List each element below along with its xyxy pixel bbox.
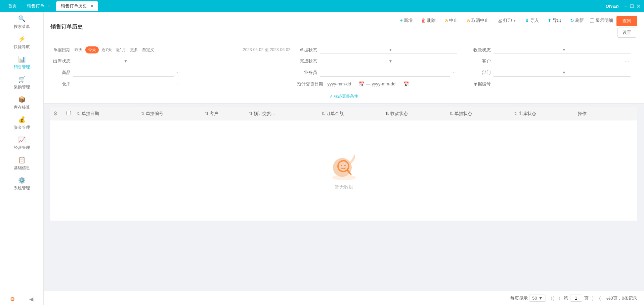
display-detail-checkbox[interactable]: 显示明细 (590, 17, 613, 24)
sidebar-item-quick-nav[interactable]: ⚡ 快捷导航 (0, 32, 43, 52)
print-button[interactable]: 🖨 打印 ▼ (495, 16, 519, 25)
per-page-label: 每页显示 (510, 295, 528, 301)
sidebar-item-operations[interactable]: 📈 经营管理 (0, 133, 43, 153)
sidebar-item-purchase[interactable]: 🛒 采购管理 (0, 73, 43, 93)
first-page-button[interactable]: ⟨⟨ (549, 295, 555, 302)
settings-button[interactable]: 设置 (617, 28, 636, 38)
sidebar-item-search-menu[interactable]: 🔍 搜索菜单 (0, 12, 43, 32)
content-area: 销售订单历史 + 新增 🗑 删除 ⊘ 中止 (44, 12, 644, 305)
tab-sales-history[interactable]: 销售订单历史✕ (56, 1, 98, 11)
complete-status-filter-item: 完成状态 ▼ (290, 58, 464, 65)
date-tag-last7[interactable]: 近7天 (100, 46, 113, 53)
stop-button[interactable]: ⊘ 中止 (442, 16, 461, 25)
sidebar-item-base-info[interactable]: 📋 基础信息 (0, 153, 43, 174)
filter-row-1: 单据日期 昨天 今天 近7天 近1月 更多 自定义 2023-06-02 至 2… (50, 46, 637, 54)
tab-sales-order[interactable]: 销售订单✕ (22, 1, 55, 11)
salesman-ellipsis-button[interactable]: ··· (450, 70, 457, 76)
query-button[interactable]: 查询 (616, 16, 637, 26)
dept-select[interactable]: ▼ (493, 69, 631, 77)
refresh-icon: ↻ (570, 18, 574, 23)
quick-nav-icon: ⚡ (18, 35, 26, 43)
order-no-input[interactable] (493, 80, 631, 88)
pay-status-select[interactable]: ▼ (493, 46, 631, 54)
customer-label: 客户 (471, 58, 491, 64)
date-tag-yesterday[interactable]: 昨天 (73, 46, 84, 53)
th-checkbox (64, 107, 74, 120)
display-detail-input[interactable] (590, 18, 594, 23)
table-body: 暂无数据 (50, 120, 637, 221)
next-page-button[interactable]: ⟩ (591, 295, 595, 302)
out-status-filter-item: 出库状态 ▼ (50, 58, 290, 65)
warehouse-ellipsis-button[interactable]: ··· (174, 81, 181, 87)
add-button[interactable]: + 新增 (397, 16, 415, 25)
tab-close-sales-history[interactable]: ✕ (90, 4, 93, 8)
prev-page-button[interactable]: ⟨ (557, 295, 562, 302)
stop-icon: ⊘ (444, 18, 448, 23)
th-settings: ⚙ (50, 107, 64, 120)
sidebar-label-purchase: 采购管理 (14, 84, 30, 90)
salesman-label: 业务员 (297, 70, 317, 76)
salesman-input[interactable] (320, 69, 450, 77)
sidebar-item-finance[interactable]: 💰 资金管理 (0, 113, 43, 133)
cancel-stop-button[interactable]: ⊘ 取消中止 (464, 16, 491, 25)
cancel-stop-label: 取消中止 (471, 17, 489, 24)
goods-input[interactable] (73, 69, 174, 77)
tab-home[interactable]: 首页 (3, 1, 22, 11)
out-status-select[interactable]: ▼ (73, 58, 174, 65)
sidebar-item-inventory[interactable]: 📦 库存核算 (0, 93, 43, 113)
page-size-arrow-icon: ▼ (539, 296, 543, 301)
minimize-button[interactable]: − (624, 3, 628, 9)
customer-ellipsis-button[interactable]: ··· (624, 58, 631, 64)
order-no-label: 单据编号 (471, 81, 491, 87)
more-filters-toggle[interactable]: ∧ 收起更多条件 (50, 91, 637, 99)
export-button[interactable]: ⬆ 导出 (545, 16, 564, 25)
delivery-from-input[interactable] (327, 80, 357, 88)
refresh-button[interactable]: ↻ 刷新 (567, 16, 587, 25)
sidebar-label-sales: 销售管理 (14, 64, 30, 70)
table-settings-icon[interactable]: ⚙ (53, 111, 58, 116)
cancel-stop-icon: ⊘ (467, 18, 470, 23)
calendar-to-icon[interactable]: 📅 (403, 81, 409, 87)
export-label: 导出 (553, 17, 561, 24)
filter-row-3: 商品 ··· 业务员 ··· 部门 ▼ (50, 69, 637, 77)
pay-status-label: 收款状态 (471, 47, 491, 53)
close-button[interactable]: ✕ (636, 3, 641, 9)
order-status-select[interactable]: ▼ (320, 46, 457, 54)
th-order-no: ⇅ 单据编号 (138, 107, 202, 120)
salesman-filter-item: 业务员 ··· (290, 69, 464, 77)
date-tag-custom[interactable]: 自定义 (141, 46, 156, 53)
import-button[interactable]: ⬇ 导入 (522, 16, 542, 25)
sidebar-settings-icon[interactable]: ⚙ (10, 296, 15, 302)
delivery-date-filter-item: 预计交货日期 📅 — 📅 (290, 80, 464, 88)
th-pay-status-label: ⇅ 收款状态 (385, 111, 408, 116)
calendar-from-icon[interactable]: 📅 (359, 81, 364, 87)
sidebar-item-system[interactable]: ⚙️ 系统管理 (0, 174, 43, 194)
goods-ellipsis-button[interactable]: ··· (174, 70, 181, 76)
print-label: 打印 (503, 17, 512, 24)
page-size-number: 50 (532, 296, 537, 301)
warehouse-input[interactable] (73, 80, 174, 88)
tab-close-sales-order[interactable]: ✕ (48, 4, 51, 8)
print-arrow-icon: ▼ (513, 19, 516, 23)
sidebar-collapse-icon[interactable]: ◀ (29, 296, 33, 302)
empty-illustration (324, 151, 364, 184)
complete-status-select[interactable]: ▼ (320, 58, 457, 65)
delivery-to-input[interactable] (372, 80, 402, 88)
date-tag-more[interactable]: 更多 (129, 46, 139, 53)
out-status-label: 出库状态 (50, 58, 71, 64)
delete-icon: 🗑 (421, 18, 426, 23)
delivery-date-dash: — (366, 82, 370, 87)
date-tag-last1m[interactable]: 近1月 (115, 46, 128, 53)
customer-input[interactable] (493, 57, 624, 65)
delete-button[interactable]: 🗑 删除 (419, 16, 438, 25)
last-page-button[interactable]: ⟩⟩ (597, 295, 603, 302)
select-all-checkbox[interactable] (67, 111, 71, 115)
maximize-button[interactable]: □ (630, 3, 634, 9)
page-input[interactable] (570, 295, 582, 302)
sidebar: 🔍 搜索菜单 ⚡ 快捷导航 📊 销售管理 🛒 采购管理 📦 库存核算 💰 资金管… (0, 12, 44, 305)
page-size-value[interactable]: 50 ▼ (529, 295, 546, 302)
empty-state: 暂无数据 (53, 124, 635, 217)
date-tag-today[interactable]: 今天 (85, 46, 99, 53)
sidebar-item-sales[interactable]: 📊 销售管理 (0, 52, 43, 73)
page-size-select: 每页显示 50 ▼ (510, 295, 546, 302)
